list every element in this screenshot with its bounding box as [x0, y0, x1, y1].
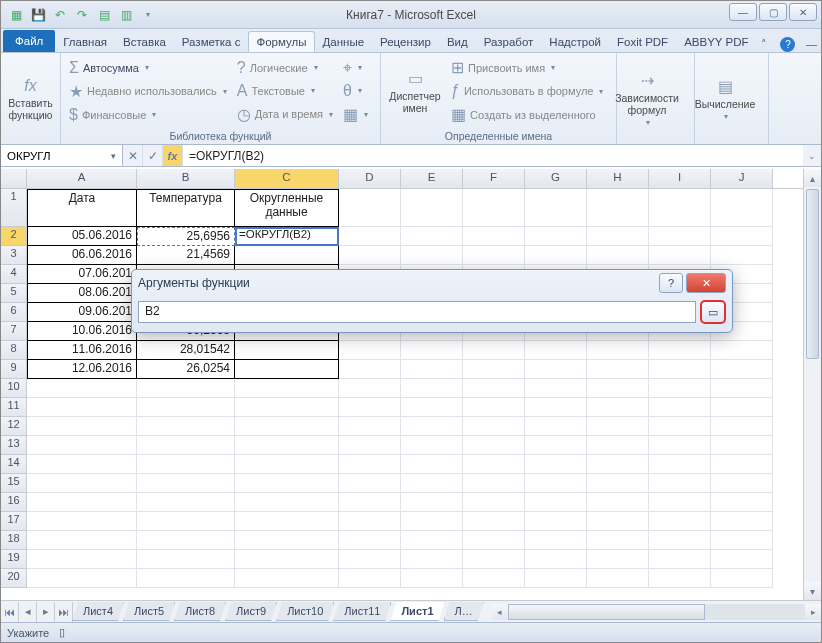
row-header[interactable]: 7 [1, 322, 27, 341]
cell[interactable] [587, 436, 649, 455]
cell[interactable] [649, 341, 711, 360]
autosum-button[interactable]: ΣАвтосумма▾ [65, 57, 231, 79]
cell[interactable] [401, 398, 463, 417]
tab-home[interactable]: Главная [55, 31, 115, 52]
tab-foxit[interactable]: Foxit PDF [609, 31, 676, 52]
cell[interactable] [339, 379, 401, 398]
tab-layout[interactable]: Разметка с [174, 31, 249, 52]
redo-icon[interactable]: ↷ [73, 6, 91, 24]
qat-item-icon[interactable]: ▥ [117, 6, 135, 24]
row-header[interactable]: 6 [1, 303, 27, 322]
cell[interactable] [235, 246, 339, 265]
cell[interactable] [401, 569, 463, 588]
define-name-button[interactable]: ⊞Присвоить имя▾ [447, 56, 607, 79]
cell[interactable] [235, 550, 339, 569]
cell[interactable] [401, 246, 463, 265]
cell[interactable] [649, 189, 711, 227]
cell[interactable]: 12.06.2016 [27, 360, 137, 379]
cell[interactable] [711, 227, 773, 246]
cell[interactable] [463, 550, 525, 569]
sheet-tab[interactable]: Лист9 [225, 602, 277, 621]
cell[interactable]: 28,01542 [137, 341, 235, 360]
cell[interactable] [649, 512, 711, 531]
cell[interactable] [587, 341, 649, 360]
select-all-corner[interactable] [1, 169, 27, 188]
tab-view[interactable]: Вид [439, 31, 476, 52]
tab-formulas[interactable]: Формулы [248, 31, 314, 52]
cell[interactable] [587, 569, 649, 588]
cell[interactable] [587, 227, 649, 246]
cell[interactable] [463, 417, 525, 436]
cell[interactable] [525, 512, 587, 531]
cell[interactable]: =ОКРУГЛ(B2) [235, 227, 339, 246]
cell[interactable] [587, 512, 649, 531]
row-header[interactable]: 17 [1, 512, 27, 531]
row-header[interactable]: 11 [1, 398, 27, 417]
sheet-tab[interactable]: Лист8 [174, 602, 226, 621]
cell[interactable] [649, 246, 711, 265]
cell[interactable]: 08.06.201 [27, 284, 137, 303]
cancel-formula-button[interactable]: ✕ [123, 145, 143, 166]
cell[interactable] [649, 379, 711, 398]
cell[interactable]: Температура [137, 189, 235, 227]
row-header[interactable]: 15 [1, 474, 27, 493]
cell[interactable] [235, 455, 339, 474]
qat-item-icon[interactable]: ▤ [95, 6, 113, 24]
col-header[interactable]: E [401, 169, 463, 188]
cell[interactable] [463, 246, 525, 265]
cell[interactable] [525, 189, 587, 227]
cell[interactable] [339, 474, 401, 493]
row-header[interactable]: 20 [1, 569, 27, 588]
col-header[interactable]: B [137, 169, 235, 188]
row-header[interactable]: 16 [1, 493, 27, 512]
cell[interactable] [401, 531, 463, 550]
cell[interactable] [587, 493, 649, 512]
tab-review[interactable]: Рецензир [372, 31, 439, 52]
cell[interactable] [587, 474, 649, 493]
cell[interactable] [463, 569, 525, 588]
cell[interactable] [235, 569, 339, 588]
cell[interactable] [137, 550, 235, 569]
cell[interactable] [711, 550, 773, 569]
cell[interactable] [649, 360, 711, 379]
scroll-left-icon[interactable]: ◂ [492, 604, 508, 620]
row-header[interactable]: 18 [1, 531, 27, 550]
datetime-button[interactable]: ◷Дата и время▾ [233, 103, 337, 126]
cell[interactable] [525, 436, 587, 455]
minimize-button[interactable]: — [729, 3, 757, 21]
cell[interactable]: 26,0254 [137, 360, 235, 379]
cell[interactable]: 05.06.2016 [27, 227, 137, 246]
cell[interactable] [463, 474, 525, 493]
close-button[interactable]: ✕ [789, 3, 817, 21]
cell[interactable] [137, 436, 235, 455]
cell[interactable] [401, 379, 463, 398]
row-header[interactable]: 12 [1, 417, 27, 436]
use-in-formula-button[interactable]: ƒИспользовать в формуле▾ [447, 80, 607, 102]
cell[interactable] [649, 227, 711, 246]
cell[interactable] [27, 569, 137, 588]
cell[interactable] [711, 512, 773, 531]
cell[interactable] [339, 455, 401, 474]
name-box[interactable]: ОКРУГЛ ▾ [1, 145, 123, 166]
cell[interactable] [339, 493, 401, 512]
save-icon[interactable]: 💾 [29, 6, 47, 24]
ribbon-minimize-icon[interactable]: ˄ [756, 36, 772, 52]
cell[interactable] [137, 569, 235, 588]
cell[interactable] [525, 417, 587, 436]
cell[interactable] [463, 436, 525, 455]
cell[interactable] [137, 474, 235, 493]
cell[interactable] [711, 531, 773, 550]
chevron-down-icon[interactable]: ▾ [111, 151, 116, 161]
row-header[interactable]: 13 [1, 436, 27, 455]
cell[interactable] [401, 189, 463, 227]
cell[interactable]: 07.06.201 [27, 265, 137, 284]
cell[interactable] [27, 455, 137, 474]
col-header[interactable]: G [525, 169, 587, 188]
tab-addins[interactable]: Надстрой [541, 31, 609, 52]
cell[interactable] [339, 246, 401, 265]
cell[interactable] [463, 379, 525, 398]
cell[interactable] [525, 474, 587, 493]
cell[interactable] [339, 436, 401, 455]
cell[interactable] [339, 360, 401, 379]
cell[interactable] [27, 379, 137, 398]
